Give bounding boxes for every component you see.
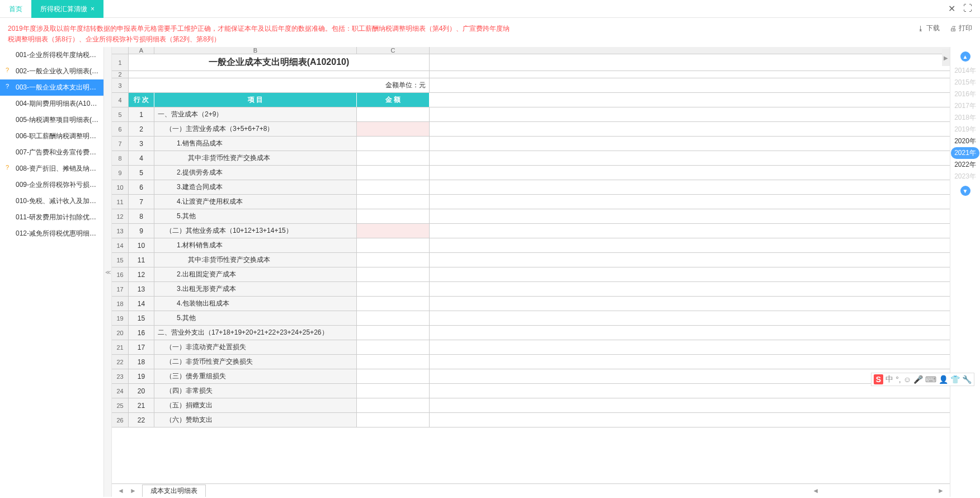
year-item[interactable]: 2021年 bbox=[951, 147, 979, 159]
cell-amount[interactable] bbox=[357, 180, 430, 194]
cell-item[interactable]: 1.销售商品成本 bbox=[154, 137, 357, 151]
cell-item[interactable]: 5.其他 bbox=[154, 209, 357, 223]
sidebar-item[interactable]: 004-期间费用明细表(A1040… bbox=[0, 96, 103, 112]
cell-line-no[interactable]: 15 bbox=[129, 311, 154, 325]
row-header[interactable]: 12 bbox=[112, 209, 129, 223]
cell-item[interactable]: 3.出租无形资产成本 bbox=[154, 282, 357, 296]
cell-amount[interactable] bbox=[357, 282, 430, 296]
cell-line-no[interactable]: 21 bbox=[129, 398, 154, 412]
row-header[interactable]: 11 bbox=[112, 195, 129, 209]
cell-amount[interactable] bbox=[357, 311, 430, 325]
collapse-sidebar-button[interactable]: ≪ bbox=[104, 47, 112, 497]
cell-amount[interactable] bbox=[357, 137, 430, 151]
ime-toolbar[interactable]: S 中 °, ☺ 🎤 ⌨ 👤 👕 🔧 bbox=[871, 373, 974, 386]
cell-amount[interactable] bbox=[357, 340, 430, 354]
cell-amount[interactable] bbox=[357, 398, 430, 412]
row-header[interactable]: 23 bbox=[112, 369, 129, 383]
row-header[interactable]: 14 bbox=[112, 238, 129, 252]
cell-item[interactable]: （一）主营业务成本（3+5+6+7+8） bbox=[154, 122, 357, 136]
cell-item[interactable]: 2.出租固定资产成本 bbox=[154, 267, 357, 281]
cell-line-no[interactable]: 4 bbox=[129, 151, 154, 165]
year-scroll-down[interactable]: ▼ bbox=[960, 186, 970, 196]
cell-line-no[interactable]: 8 bbox=[129, 209, 154, 223]
cell-item[interactable]: （四）非常损失 bbox=[154, 384, 357, 398]
row-header[interactable]: 13 bbox=[112, 224, 129, 238]
cell-amount[interactable] bbox=[357, 384, 430, 398]
row-header[interactable]: 15 bbox=[112, 253, 129, 267]
print-button[interactable]: 🖨 打印 bbox=[950, 24, 972, 33]
year-item[interactable]: 2020年 bbox=[951, 135, 979, 147]
cell-amount[interactable] bbox=[357, 195, 430, 209]
cell-item[interactable]: （三）债务重组损失 bbox=[154, 369, 357, 383]
year-scroll-up[interactable]: ▲ bbox=[960, 51, 970, 62]
close-window-icon[interactable]: ✕ bbox=[948, 3, 955, 14]
cell-line-no[interactable]: 7 bbox=[129, 195, 154, 209]
cell-item[interactable]: （六）赞助支出 bbox=[154, 413, 357, 427]
cell-line-no[interactable]: 16 bbox=[129, 326, 154, 340]
cell-item[interactable]: 其中:非货币性资产交换成本 bbox=[154, 151, 357, 165]
row-header[interactable]: 4 bbox=[112, 93, 129, 107]
cell-item[interactable]: 一、营业成本（2+9） bbox=[154, 107, 357, 121]
col-header-b[interactable]: B bbox=[154, 47, 357, 54]
cell-line-no[interactable]: 13 bbox=[129, 282, 154, 296]
cell-amount[interactable] bbox=[357, 253, 430, 267]
cell-line-no[interactable]: 2 bbox=[129, 122, 154, 136]
row-header[interactable]: 19 bbox=[112, 311, 129, 325]
sheet-nav-next[interactable]: ► bbox=[128, 487, 139, 495]
cell-item[interactable]: 2.提供劳务成本 bbox=[154, 166, 357, 180]
tab-home[interactable]: 首页 bbox=[0, 0, 31, 18]
sidebar-item[interactable]: 007-广告费和业务宣传费跨… bbox=[0, 144, 103, 161]
row-header[interactable]: 18 bbox=[112, 297, 129, 311]
row-header[interactable]: 7 bbox=[112, 137, 129, 151]
cell-item[interactable]: 1.材料销售成本 bbox=[154, 238, 357, 252]
cell-line-no[interactable]: 22 bbox=[129, 413, 154, 427]
cell-line-no[interactable]: 17 bbox=[129, 340, 154, 354]
ime-tool-icon[interactable]: 🔧 bbox=[962, 375, 972, 384]
cell-item[interactable]: 4.包装物出租成本 bbox=[154, 297, 357, 311]
cell-item[interactable]: 5.其他 bbox=[154, 311, 357, 325]
sidebar-item[interactable]: 012-减免所得税优惠明细表(… bbox=[0, 225, 103, 242]
cell-item[interactable]: 3.建造合同成本 bbox=[154, 180, 357, 194]
sidebar-item[interactable]: 001-企业所得税年度纳税申… bbox=[0, 47, 103, 63]
row-header[interactable]: 25 bbox=[112, 398, 129, 412]
ime-punct-icon[interactable]: °, bbox=[896, 375, 901, 384]
row-header[interactable]: 10 bbox=[112, 180, 129, 194]
col-header-c[interactable]: C bbox=[357, 47, 430, 54]
ime-keyboard-icon[interactable]: ⌨ bbox=[925, 375, 936, 384]
cell-amount[interactable] bbox=[357, 355, 430, 369]
cell-amount[interactable] bbox=[357, 369, 430, 383]
sidebar-item[interactable]: 011-研发费用加计扣除优惠… bbox=[0, 209, 103, 225]
row-header[interactable]: 1 bbox=[112, 54, 129, 71]
row-header[interactable]: 8 bbox=[112, 151, 129, 165]
cell-line-no[interactable]: 20 bbox=[129, 384, 154, 398]
row-header[interactable]: 17 bbox=[112, 282, 129, 296]
cell-line-no[interactable]: 11 bbox=[129, 253, 154, 267]
sidebar-item[interactable]: ?003-一般企业成本支出明细… bbox=[0, 79, 103, 96]
row-header[interactable]: 5 bbox=[112, 107, 129, 121]
cell-amount[interactable] bbox=[357, 151, 430, 165]
expand-panel-button[interactable]: ▶ bbox=[942, 49, 950, 66]
hscroll-right[interactable]: ► bbox=[937, 487, 944, 495]
col-header-a[interactable]: A bbox=[129, 47, 154, 54]
year-item[interactable]: 2022年 bbox=[951, 159, 979, 171]
cell-item[interactable]: 4.让渡资产使用权成本 bbox=[154, 195, 357, 209]
cell-item[interactable]: 其中:非货币性资产交换成本 bbox=[154, 253, 357, 267]
cell-amount[interactable] bbox=[357, 107, 430, 121]
cell-line-no[interactable]: 19 bbox=[129, 369, 154, 383]
row-header[interactable]: 26 bbox=[112, 413, 129, 427]
sidebar-item[interactable]: 010-免税、减计收入及加计… bbox=[0, 193, 103, 209]
cell-amount[interactable] bbox=[357, 267, 430, 281]
cell-line-no[interactable]: 6 bbox=[129, 180, 154, 194]
cell-amount[interactable] bbox=[357, 209, 430, 223]
sheet-nav-prev[interactable]: ◄ bbox=[115, 487, 126, 495]
cell-amount[interactable] bbox=[357, 166, 430, 180]
sidebar-item[interactable]: 006-职工薪酬纳税调整明细… bbox=[0, 128, 103, 144]
download-button[interactable]: ⭳ 下载 bbox=[917, 24, 940, 33]
ime-brand-icon[interactable]: S bbox=[874, 374, 883, 384]
sheet-tab[interactable]: 成本支出明细表 bbox=[142, 485, 206, 497]
cell-item[interactable]: （五）捐赠支出 bbox=[154, 398, 357, 412]
row-header[interactable]: 20 bbox=[112, 326, 129, 340]
sidebar-item[interactable]: ?002-一般企业收入明细表(A10… bbox=[0, 63, 103, 79]
cell-line-no[interactable]: 12 bbox=[129, 267, 154, 281]
ime-emoji-icon[interactable]: ☺ bbox=[903, 375, 911, 384]
